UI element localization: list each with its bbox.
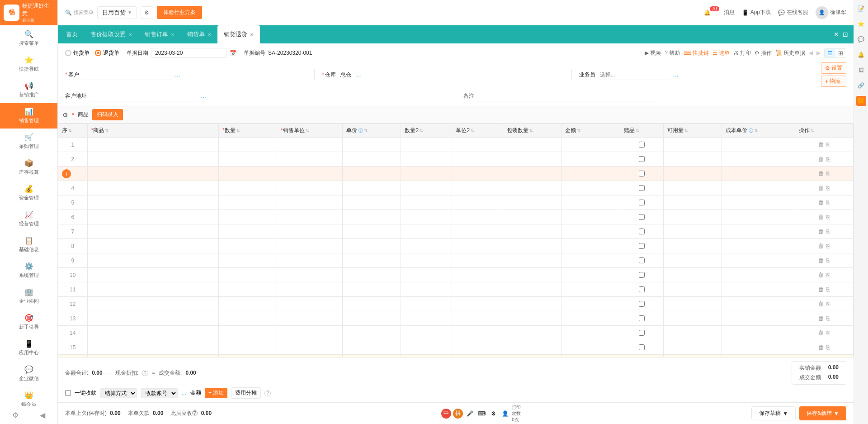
sort-icon-gift[interactable]: ⇅ <box>636 128 639 133</box>
copy-row-btn-4[interactable]: ⎘ <box>826 185 830 191</box>
gift-checkbox-2[interactable] <box>639 156 645 162</box>
fee-split-btn[interactable]: 费用分摊 <box>231 387 261 399</box>
module-select[interactable]: 日用百货 ▼ <box>97 6 137 19</box>
save-draft-btn[interactable]: 保存草稿 ▼ <box>751 406 796 420</box>
gift-checkbox-4[interactable] <box>639 185 645 191</box>
select-btn[interactable]: ☰ 选单 <box>712 49 730 57</box>
close-tab-btn[interactable]: ✕ <box>834 31 839 38</box>
warehouse-select-btn[interactable]: … <box>356 71 361 78</box>
staff-input[interactable] <box>598 70 670 80</box>
panel-active-btn[interactable]: 🟧 <box>856 96 866 106</box>
delete-row-btn-3[interactable]: 🗑 <box>818 170 824 177</box>
gift-checkbox-13[interactable] <box>639 315 645 321</box>
tab-close-sales[interactable]: ✕ <box>208 32 211 37</box>
date-input[interactable] <box>151 48 227 58</box>
copy-row-btn-5[interactable]: ⎘ <box>826 199 830 206</box>
sort-icon-pkg_qty[interactable]: ⇅ <box>529 128 533 133</box>
shortcut-btn[interactable]: ⌨ 快捷键 <box>684 49 709 57</box>
cash-discount-help[interactable]: ? <box>142 370 148 376</box>
gift-checkbox-15[interactable] <box>639 344 645 350</box>
keyboard-icon[interactable]: ⌨ <box>476 409 486 419</box>
search-menu-btn[interactable]: 🔍 搜索菜单 <box>65 9 94 16</box>
sort-icon-qty2[interactable]: ⇅ <box>420 128 423 133</box>
table-gear-icon[interactable]: ⚙ <box>62 111 68 119</box>
staff-select-btn[interactable]: … <box>673 71 679 78</box>
copy-row-btn-12[interactable]: ⎘ <box>826 300 830 307</box>
delete-row-btn-2[interactable]: 🗑 <box>818 156 824 162</box>
customer-select-btn[interactable]: … <box>175 71 180 78</box>
sidebar-item-purchase[interactable]: 🛒采购管理 <box>0 129 57 154</box>
delete-row-btn-14[interactable]: 🗑 <box>818 329 824 336</box>
tab-close-sales-order[interactable]: ✕ <box>171 32 175 37</box>
sidebar-item-guide[interactable]: 🎯新手引导 <box>0 309 57 335</box>
maximize-btn[interactable]: ⊡ <box>843 31 848 38</box>
fee-split-help[interactable]: ? <box>264 390 271 396</box>
copy-row-btn-14[interactable]: ⎘ <box>826 329 830 336</box>
cell-product-3[interactable] <box>87 167 218 181</box>
add-row-btn[interactable]: + <box>62 169 71 178</box>
gift-checkbox-1[interactable] <box>639 142 645 148</box>
gift-checkbox-14[interactable] <box>639 330 645 336</box>
sidebar-item-shortcut[interactable]: ⭐快捷导航 <box>0 51 57 77</box>
save-new-btn[interactable]: 保存&新增 ▼ <box>799 406 846 420</box>
customer-input[interactable] <box>82 70 172 80</box>
sort-icon-qty[interactable]: ⇅ <box>236 128 240 133</box>
user-menu[interactable]: 👤 徐泽华 <box>816 6 846 19</box>
panel-photo-btn[interactable]: 🖼 <box>856 65 866 75</box>
delete-row-btn-10[interactable]: 🗑 <box>818 272 824 278</box>
sidebar-settings-btn[interactable]: ⚙ <box>12 411 19 419</box>
copy-row-btn-9[interactable]: ⎘ <box>826 257 830 264</box>
delete-row-btn-15[interactable]: 🗑 <box>818 344 824 351</box>
sidebar-item-app-center[interactable]: 📱应用中心 <box>0 335 57 361</box>
mic-icon[interactable]: 🎤 <box>465 409 475 419</box>
gift-checkbox-3[interactable] <box>639 171 645 176</box>
gift-checkbox-8[interactable] <box>639 243 645 249</box>
sort-icon-avail[interactable]: ⇅ <box>684 128 688 133</box>
delete-row-btn-12[interactable]: 🗑 <box>818 300 824 307</box>
delete-row-btn-8[interactable]: 🗑 <box>818 243 824 249</box>
panel-link-btn[interactable]: 🔗 <box>856 81 866 91</box>
history-btn[interactable]: 📜 历史单据 <box>775 49 805 57</box>
tab-home[interactable]: 首页 <box>60 25 84 43</box>
copy-row-btn-13[interactable]: ⎘ <box>826 315 830 322</box>
copy-row-btn-15[interactable]: ⎘ <box>826 344 830 351</box>
sidebar-item-inventory[interactable]: 📦库存核算 <box>0 154 57 180</box>
panel-bell-btn[interactable]: 🔔 <box>856 50 866 60</box>
sidebar-item-finance[interactable]: 💰资金管理 <box>0 180 57 206</box>
gift-checkbox-10[interactable] <box>639 272 645 278</box>
logistics-side-btn[interactable]: + 物流 <box>821 76 846 87</box>
sidebar-item-marketing[interactable]: 📢营销推广 <box>0 77 57 103</box>
sales-radio[interactable]: 销货单 <box>65 49 90 57</box>
address-input[interactable] <box>90 91 198 101</box>
add-fee-btn[interactable]: + 添加 <box>205 388 227 398</box>
sort-icon-seq[interactable]: ⇅ <box>68 128 72 133</box>
one-click-checkbox[interactable] <box>65 390 71 396</box>
settings-side-btn[interactable]: ⚙ 设置 <box>821 62 846 74</box>
gift-checkbox-5[interactable] <box>639 200 645 205</box>
ime-icon[interactable]: 中 <box>441 409 451 419</box>
copy-row-btn-3[interactable]: ⎘ <box>826 170 830 177</box>
delete-row-btn-1[interactable]: 🗑 <box>818 141 824 148</box>
tab-close-sales-return[interactable]: ✕ <box>250 32 254 37</box>
sidebar-item-search[interactable]: 🔍搜索菜单 <box>0 25 57 51</box>
view-list-btn[interactable]: ☰ <box>825 49 835 57</box>
scan-btn[interactable]: 扫码录入 <box>92 109 123 120</box>
return-radio[interactable]: 退货单 <box>95 49 119 57</box>
app-download-btn[interactable]: 📱 App下载 <box>742 9 771 16</box>
sidebar-item-basic-info[interactable]: 📋基础信息 <box>0 232 57 257</box>
delete-row-btn-4[interactable]: 🗑 <box>818 185 824 191</box>
person-icon[interactable]: 👤 <box>500 409 510 419</box>
tab-close-price-settings[interactable]: ✕ <box>128 32 132 37</box>
copy-row-btn-1[interactable]: ⎘ <box>826 141 830 148</box>
gift-checkbox-6[interactable] <box>639 214 645 220</box>
message-btn[interactable]: 🔔 70 消息 <box>704 9 735 16</box>
product-input[interactable] <box>91 171 215 177</box>
account-select[interactable]: 收款账号 <box>141 388 178 398</box>
sort-icon-price[interactable]: ⇅ <box>364 128 368 133</box>
sort-icon-unit[interactable]: ⇅ <box>306 128 309 133</box>
experience-btn[interactable]: 体验行业方案 <box>157 6 202 19</box>
gift-checkbox-7[interactable] <box>639 229 645 234</box>
sidebar-item-member[interactable]: 👑畅会员 <box>0 386 57 406</box>
delete-row-btn-9[interactable]: 🗑 <box>818 257 824 264</box>
tab-price-settings[interactable]: 售价提取设置✕ <box>84 25 138 43</box>
